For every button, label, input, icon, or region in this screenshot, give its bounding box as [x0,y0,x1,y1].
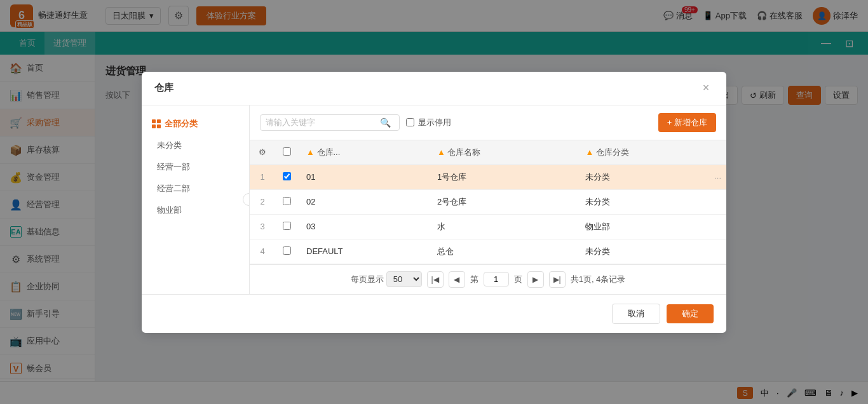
row-name: 2号仓库 [430,189,578,214]
modal-title: 仓库 [154,82,173,94]
last-page-button[interactable]: ▶| [549,271,566,288]
confirm-button[interactable]: 确定 [667,304,714,323]
modal-body: 全部分类 未分类 经营一部 经营二部 物业部 《 🔍 [142,105,726,294]
table-panel: 🔍 显示停用 + 新增仓库 ⚙ [250,105,726,294]
page-label: 页 [514,274,522,285]
table-row[interactable]: 2 02 2号仓库 未分类 [250,189,726,214]
prev-page-button[interactable]: ◀ [449,271,465,288]
row-category: 未分类 [578,239,726,264]
select-all-checkbox[interactable] [283,147,291,156]
row-name: 总仓 [430,239,578,264]
grid-icon [152,119,161,128]
category-item-dept1[interactable]: 经营一部 [142,156,249,178]
row-category: 未分类 [578,189,726,214]
row-checkbox[interactable] [283,222,291,230]
col-cat-sort-icon: ▲ [585,147,593,157]
table-row[interactable]: 3 03 水 物业部 [250,214,726,239]
gear-col-icon: ⚙ [259,147,266,157]
col-name-label: 仓库名称 [447,147,480,157]
row-checkbox[interactable] [283,172,291,180]
page-word: 第 [470,274,478,285]
col-name: ▲ 仓库名称 [430,140,578,165]
row-checkbox[interactable] [283,197,291,205]
col-name-sort-icon: ▲ [437,147,445,157]
search-input-wrap: 🔍 [260,114,400,131]
col-category-label: 仓库分类 [596,147,629,157]
row-checkbox-cell [275,165,299,189]
sort-icon: ▲ [306,147,315,157]
row-checkbox-cell [275,239,299,264]
total-label: 共1页, 4条记录 [571,274,626,285]
page-number-input[interactable] [484,272,509,286]
row-num: 1 [250,165,275,189]
warehouse-table: ⚙ ▲ 仓库... ▲ [250,140,726,264]
col-code: ▲ 仓库... [299,140,430,165]
modal-footer: 取消 确定 [142,294,726,333]
modal-close-button[interactable]: × [698,81,714,96]
col-category: ▲ 仓库分类 [578,140,726,165]
row-category: 未分类··· [578,165,726,189]
category-item-property[interactable]: 物业部 [142,199,249,221]
show-disabled-checkbox[interactable] [406,118,414,126]
category-item-dept2[interactable]: 经营二部 [142,178,249,199]
row-code: DEFAULT [299,239,430,264]
row-num: 3 [250,214,275,239]
modal-header: 仓库 × [142,72,726,105]
row-more-btn[interactable]: ··· [714,172,721,182]
modal-overlay: 仓库 × 全部分类 未分类 经营一部 经营二部 物业部 [0,0,868,404]
show-disabled-label: 显示停用 [418,117,451,128]
pagination: 每页显示 50 10 20 100 |◀ ◀ 第 页 ▶ ▶| [250,264,726,294]
category-panel: 全部分类 未分类 经营一部 经营二部 物业部 《 [142,105,250,294]
row-code: 02 [299,189,430,214]
all-category-label: 全部分类 [165,118,198,130]
row-code: 01 [299,165,430,189]
next-page-button[interactable]: ▶ [527,271,544,288]
show-disabled-checkbox-label[interactable]: 显示停用 [406,117,451,128]
table-container: ⚙ ▲ 仓库... ▲ [250,140,726,264]
cancel-button[interactable]: 取消 [612,304,660,324]
table-row[interactable]: 4 DEFAULT 总仓 未分类 [250,239,726,264]
category-item-unclassified[interactable]: 未分类 [142,135,249,156]
table-toolbar: 🔍 显示停用 + 新增仓库 [250,105,726,140]
row-name: 1号仓库 [430,165,578,189]
add-warehouse-button[interactable]: + 新增仓库 [658,113,716,132]
search-input[interactable] [266,118,380,127]
row-checkbox-cell [275,189,299,214]
row-category: 物业部 [578,214,726,239]
col-code-label: 仓库... [317,147,341,157]
per-page-label: 每页显示 [351,274,384,285]
row-name: 水 [430,214,578,239]
row-code: 03 [299,214,430,239]
row-checkbox[interactable] [283,246,291,255]
row-num: 2 [250,189,275,214]
page-size-select: 每页显示 50 10 20 100 [351,271,422,287]
page-size-dropdown[interactable]: 50 10 20 100 [386,271,422,287]
category-all[interactable]: 全部分类 [142,113,249,135]
table-row[interactable]: 1 01 1号仓库 未分类··· [250,165,726,189]
row-num: 4 [250,239,275,264]
col-checkbox [275,140,299,165]
warehouse-modal: 仓库 × 全部分类 未分类 经营一部 经营二部 物业部 [142,72,726,333]
col-gear: ⚙ [250,140,275,165]
search-icon[interactable]: 🔍 [380,118,391,128]
row-checkbox-cell [275,214,299,239]
first-page-button[interactable]: |◀ [427,271,444,288]
